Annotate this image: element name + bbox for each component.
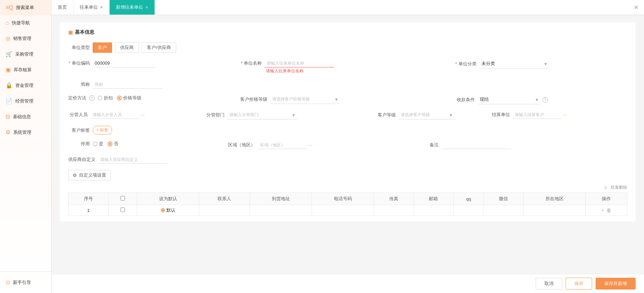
pricing-level-label: 价格等级 xyxy=(123,95,141,101)
sidebar-item-search-label: 搜索菜单 xyxy=(16,5,34,11)
tab-partners-close[interactable]: ✕ xyxy=(100,5,103,10)
type-btn-both[interactable]: 客户/供应商 xyxy=(142,42,176,53)
row-default-radio[interactable] xyxy=(161,208,165,212)
sidebar-item-sales-label: 销售管理 xyxy=(13,35,31,42)
save-new-button[interactable]: 保存并新增 xyxy=(596,278,636,290)
disabled-no-option[interactable]: 否 xyxy=(108,141,118,147)
manager-group: 分管人员 ··· xyxy=(68,111,205,119)
pricing-discount-option[interactable]: 折扣 xyxy=(97,95,113,101)
payment-help-icon[interactable]: ? xyxy=(542,97,548,103)
type-btn-customer[interactable]: 客户 xyxy=(93,42,112,53)
row-email xyxy=(414,205,454,216)
col-email: 邮箱 xyxy=(414,193,454,205)
dept-select-wrapper: 请输入分管部门 ▾ xyxy=(227,111,297,120)
sidebar-item-search[interactable]: ≡Q 搜索菜单 xyxy=(0,0,51,15)
sidebar-item-basic[interactable]: ⊟ 基础信息 xyxy=(0,109,51,124)
table-actions: 🗑 批量删除 xyxy=(68,185,627,190)
row-action: + 🗑 xyxy=(586,205,627,216)
pricing-discount-radio[interactable] xyxy=(97,96,102,100)
contacts-table: 序号 设为默认 联系人 到货地址 电话号码 传真 邮箱 qq 微信 所在地区 操… xyxy=(68,193,627,216)
row-address xyxy=(250,205,312,216)
batch-delete-label[interactable]: 批量删除 xyxy=(611,185,627,190)
unit-name-error: 请输入往来单位名称 xyxy=(266,68,455,74)
abbr-input[interactable] xyxy=(93,80,162,89)
settlement-group: 结算单位 ··· xyxy=(490,111,627,119)
pricing-level-option[interactable]: 价格等级 xyxy=(117,95,141,101)
region-input[interactable] xyxy=(258,141,307,149)
sidebar-item-system[interactable]: ⚙ 系统管理 xyxy=(0,124,51,140)
home-icon: ⌂ xyxy=(6,20,9,26)
sidebar-item-guide[interactable]: ⊙ 新手引导 xyxy=(0,275,51,290)
add-tag-btn[interactable]: + 标签 xyxy=(93,126,112,135)
supplier-custom-input[interactable] xyxy=(98,155,168,164)
abbr-row: 简称 xyxy=(68,80,627,89)
pricing-help-icon[interactable]: ? xyxy=(89,95,95,101)
col-contact: 联系人 xyxy=(199,193,250,205)
sidebar-item-purchase[interactable]: 🛒 采购管理 xyxy=(0,46,51,62)
close-all-tabs[interactable]: ✕ xyxy=(628,4,644,11)
disabled-radio-group: 是 否 xyxy=(93,141,118,147)
guide-icon: ⊙ xyxy=(6,279,10,286)
row-contact xyxy=(199,205,250,216)
tab-partners-label: 往来单位 xyxy=(80,4,98,10)
row-checkbox[interactable] xyxy=(120,207,125,212)
unit-category-chevron[interactable]: ▾ xyxy=(544,61,547,66)
cancel-button[interactable]: 取消 xyxy=(536,278,562,290)
region-input-wrapper: ··· xyxy=(258,141,314,149)
sidebar-item-inventory[interactable]: ▣ 库存核算 xyxy=(0,62,51,78)
unit-category-value: 未分类 xyxy=(481,60,544,67)
unit-type-group: 单位类型 客户 供应商 客户/供应商 xyxy=(68,42,627,53)
customer-level-placeholder: 请选择客户等级 xyxy=(401,112,450,118)
sidebar-item-business[interactable]: 📄 经营管理 xyxy=(0,93,51,109)
dept-label: 分管部门 xyxy=(205,112,227,118)
select-all-checkbox[interactable] xyxy=(120,196,125,201)
add-row-btn[interactable]: + xyxy=(601,207,604,213)
type-btn-supplier[interactable]: 供应商 xyxy=(115,42,139,53)
custom-settings-wrapper: ⚙ 自定义项设置 xyxy=(68,170,627,180)
pricing-group: 定价方法 ? 折扣 价格等级 xyxy=(68,95,240,101)
sidebar-item-system-label: 系统管理 xyxy=(13,129,31,136)
region-group: 区域（地区） ··· xyxy=(228,141,428,149)
purchase-icon: 🛒 xyxy=(6,51,13,57)
delete-row-btn[interactable]: 🗑 xyxy=(606,207,611,213)
dept-chevron[interactable]: ▾ xyxy=(292,112,295,117)
manager-input[interactable] xyxy=(91,111,139,119)
manager-more-btn[interactable]: ··· xyxy=(139,112,146,117)
disabled-yes-option[interactable]: 是 xyxy=(93,141,103,147)
unit-code-input[interactable] xyxy=(93,59,155,67)
sidebar-item-purchase-label: 采购管理 xyxy=(15,51,33,57)
sidebar-item-quicknav[interactable]: ⌂ 快捷导航 xyxy=(0,15,51,31)
dept-group: 分管部门 请输入分管部门 ▾ xyxy=(205,111,376,120)
supplier-custom-row: 供应商自定义 xyxy=(68,155,627,164)
tab-partners[interactable]: 往来单位 ✕ xyxy=(73,0,110,15)
disabled-no-radio[interactable] xyxy=(108,141,112,146)
payment-terms-value: 现结 xyxy=(480,96,536,103)
sidebar-item-basic-label: 基础信息 xyxy=(13,114,31,120)
unit-name-input[interactable] xyxy=(265,59,334,67)
row-wechat xyxy=(484,205,524,216)
custom-settings-btn[interactable]: ⚙ 自定义项设置 xyxy=(68,170,111,180)
customer-level-chevron[interactable]: ▾ xyxy=(450,112,452,117)
settlement-more-btn[interactable]: ··· xyxy=(561,112,568,117)
pricing-level-radio[interactable] xyxy=(117,96,122,100)
sidebar-item-sales[interactable]: ◎ 销售管理 xyxy=(0,31,51,46)
tab-new-partner[interactable]: 新增往来单位 ✕ xyxy=(110,0,155,15)
region-more-btn[interactable]: ··· xyxy=(307,142,314,148)
save-button[interactable]: 保存 xyxy=(566,278,592,290)
row-phone xyxy=(312,205,374,216)
supplier-custom-group: 供应商自定义 xyxy=(68,155,627,164)
sidebar-item-finance[interactable]: 🔒 资金管理 xyxy=(0,78,51,93)
payment-terms-chevron[interactable]: ▾ xyxy=(536,97,538,102)
unit-code-group: 单位编码 xyxy=(68,59,240,67)
settlement-input[interactable] xyxy=(513,111,561,119)
disabled-yes-radio[interactable] xyxy=(93,141,97,146)
tab-home[interactable]: 首页 xyxy=(52,0,73,15)
tab-new-partner-close[interactable]: ✕ xyxy=(145,5,148,10)
pricing-discount-label: 折扣 xyxy=(104,95,113,101)
tab-new-partner-label: 新增往来单位 xyxy=(116,4,143,10)
customer-price-chevron[interactable]: ▾ xyxy=(335,97,338,102)
section-title: ▣ 基本信息 xyxy=(68,29,627,35)
remark-input[interactable] xyxy=(441,141,511,149)
settlement-input-wrapper: ··· xyxy=(513,111,568,119)
abbr-label: 简称 xyxy=(68,81,93,88)
